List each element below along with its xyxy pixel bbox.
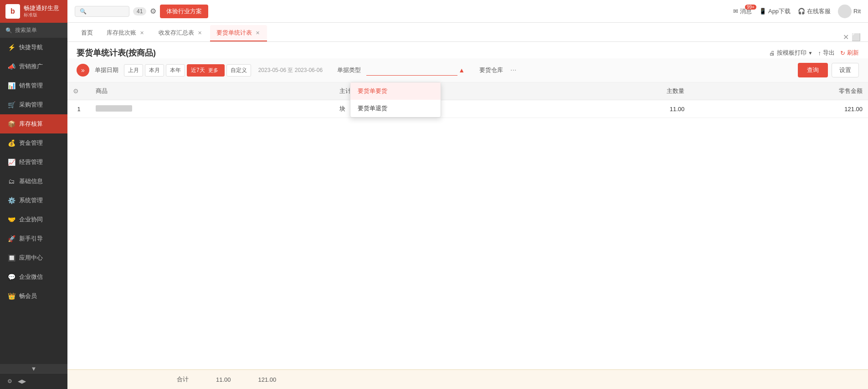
app-download-label: App下载 — [768, 7, 791, 15]
dropdown-item-0[interactable]: 要货单要货 — [350, 82, 441, 100]
col-product-header: 商品 — [90, 82, 334, 100]
table-header-row: ⚙ 商品 主计量单位 主数量 零售金额 — [67, 82, 868, 100]
tabs-bar: 首页 库存批次账 ✕ 收发存汇总表 ✕ 要货单统计表 ✕ ✕ ⬜ — [67, 23, 868, 42]
type-chevron[interactable]: ▲ — [458, 67, 465, 74]
date-btn-7days-label: 近7天 — [191, 67, 205, 73]
apps-icon: 🔲 — [7, 254, 15, 262]
sidebar-item-guide[interactable]: 🚀 新手引导 — [0, 229, 67, 248]
sidebar-item-marketing[interactable]: 📣 营销推广 — [0, 57, 67, 76]
topbar: 🔍 41 ⚙ 体验行业方案 ✉ 消息 99+ 📱 App下载 🎧 在线客服 — [67, 0, 868, 23]
type-input[interactable] — [366, 65, 457, 76]
cell-no: 1 — [67, 100, 90, 118]
content-area: 要货单统计表(按商品) 🖨 按模板打印 ▼ ↑ 导出 ↻ 刷新 — [67, 42, 868, 389]
app-download-btn[interactable]: 📱 App下载 — [759, 7, 791, 15]
search-icon: 🔍 — [5, 27, 12, 34]
col-amount-header: 零售金额 — [690, 82, 868, 100]
table-body: 1 块 11.00 121.00 — [67, 100, 868, 118]
wechat-icon: 💬 — [7, 273, 15, 281]
date-btn-7days[interactable]: 近7天更多 — [187, 64, 225, 77]
tab-batch[interactable]: 库存批次账 ✕ — [100, 25, 151, 41]
user-avatar-area[interactable]: Rit — [838, 5, 861, 18]
tab-home[interactable]: 首页 — [75, 25, 99, 41]
dropdown-item-1[interactable]: 要货单退货 — [350, 100, 441, 117]
sidebar-bottom: ⚙ ◀▶ — [0, 373, 67, 389]
message-icon: ✉ — [733, 8, 738, 15]
main-area: 🔍 41 ⚙ 体验行业方案 ✉ 消息 99+ 📱 App下载 🎧 在线客服 — [67, 0, 868, 389]
sidebar-item-label: 应用中心 — [19, 254, 43, 262]
marketing-icon: 📣 — [7, 62, 15, 71]
tab-requisition[interactable]: 要货单统计表 ✕ — [210, 25, 267, 41]
tab-batch-close[interactable]: ✕ — [139, 30, 145, 36]
tab-dispatch[interactable]: 收发存汇总表 ✕ — [152, 25, 209, 41]
warehouse-more-btn[interactable]: ··· — [510, 66, 516, 74]
export-btn[interactable]: ↑ 导出 — [818, 49, 835, 57]
tab-close-all-icon[interactable]: ✕ — [843, 33, 849, 41]
messages-btn[interactable]: ✉ 消息 99+ — [733, 7, 752, 15]
sidebar-item-label: 销售管理 — [19, 82, 43, 90]
tab-requisition-close[interactable]: ✕ — [255, 30, 261, 36]
industry-btn[interactable]: 体验行业方案 — [160, 5, 208, 18]
collapse-icon[interactable]: ◀▶ — [18, 378, 26, 384]
online-service-btn[interactable]: 🎧 在线客服 — [798, 7, 831, 15]
col-settings-icon[interactable]: ⚙ — [73, 87, 79, 95]
type-dropdown: 要货单要货 要货单退货 — [350, 82, 441, 118]
sidebar-item-finance[interactable]: 💰 资金管理 — [0, 133, 67, 153]
mobile-icon: 📱 — [759, 8, 766, 15]
search-icon: 🔍 — [80, 8, 87, 15]
sidebar-item-ops[interactable]: 📈 经营管理 — [0, 153, 67, 172]
sidebar-item-label: 企业微信 — [19, 273, 43, 281]
date-btn-this-month[interactable]: 本月 — [145, 64, 164, 77]
sidebar-scroll-down[interactable]: ▼ — [0, 364, 67, 373]
date-btn-last-month[interactable]: 上月 — [124, 64, 143, 77]
refresh-label: 刷新 — [847, 49, 859, 57]
sidebar-item-label: 快捷导航 — [19, 43, 43, 51]
col-qty-header: 主数量 — [542, 82, 690, 100]
sidebar-item-label: 系统管理 — [19, 196, 43, 205]
sidebar-item-member[interactable]: 👑 畅会员 — [0, 287, 67, 306]
sidebar-item-shortcut[interactable]: ⚡ 快捷导航 — [0, 38, 67, 57]
header-actions: 🖨 按模板打印 ▼ ↑ 导出 ↻ 刷新 — [769, 49, 859, 57]
tab-batch-label: 库存批次账 — [107, 29, 136, 37]
date-more-badge: 更多 — [206, 67, 221, 74]
user-name: Rit — [853, 8, 861, 15]
sidebar-item-label: 企业协同 — [19, 215, 43, 224]
topbar-search[interactable]: 🔍 — [75, 6, 129, 17]
date-btn-custom[interactable]: 自定义 — [226, 64, 251, 77]
export-icon: ↑ — [818, 50, 822, 56]
filter-expand-btn[interactable]: » — [77, 64, 89, 77]
sidebar-item-inventory[interactable]: 📦 库存核算 — [0, 114, 67, 133]
settings-icon[interactable]: ⚙ — [7, 378, 12, 384]
sidebar-item-apps[interactable]: 🔲 应用中心 — [0, 248, 67, 267]
print-btn[interactable]: 🖨 按模板打印 ▼ — [769, 49, 813, 57]
topbar-count-badge: 41 — [133, 7, 146, 15]
sidebar-item-base[interactable]: 🗂 基础信息 — [0, 172, 67, 191]
collab-icon: 🤝 — [7, 215, 15, 224]
sidebar-search[interactable]: 🔍 搜索菜单 — [0, 23, 67, 38]
settings-btn[interactable]: 设置 — [832, 63, 859, 77]
content-header: 要货单统计表(按商品) 🖨 按模板打印 ▼ ↑ 导出 ↻ 刷新 — [67, 42, 868, 58]
tab-dispatch-close[interactable]: ✕ — [197, 30, 203, 36]
filter-bar: » 单据日期 上月 本月 本年 近7天更多 自定义 2023-05-06 至 2… — [67, 58, 868, 82]
sidebar-item-sales[interactable]: 📊 销售管理 — [0, 76, 67, 95]
filter-actions: 查询 设置 — [798, 63, 859, 77]
base-icon: 🗂 — [7, 177, 15, 185]
warehouse-label: 要货仓库 — [479, 66, 503, 74]
date-btn-this-year[interactable]: 本年 — [166, 64, 185, 77]
tab-expand-icon[interactable]: ⬜ — [852, 33, 861, 41]
sidebar-nav: ⚡ 快捷导航 📣 营销推广 📊 销售管理 🛒 采购管理 📦 库存核算 💰 资金管… — [0, 38, 67, 364]
system-icon: ⚙️ — [7, 196, 15, 205]
query-btn[interactable]: 查询 — [798, 63, 828, 77]
sidebar-item-label: 采购管理 — [19, 101, 43, 109]
topbar-gear-btn[interactable]: ⚙ — [150, 7, 156, 15]
refresh-btn[interactable]: ↻ 刷新 — [840, 49, 859, 57]
sidebar-item-label: 畅会员 — [19, 292, 37, 300]
sidebar-item-purchase[interactable]: 🛒 采购管理 — [0, 95, 67, 114]
sidebar-item-wechat[interactable]: 💬 企业微信 — [0, 267, 67, 287]
sidebar-item-collab[interactable]: 🤝 企业协同 — [0, 210, 67, 229]
app-title: 畅捷通好生意 — [24, 5, 59, 12]
cell-product — [90, 100, 334, 118]
sidebar-item-system[interactable]: ⚙️ 系统管理 — [0, 191, 67, 210]
finance-icon: 💰 — [7, 139, 15, 147]
sidebar-item-label: 库存核算 — [19, 120, 43, 128]
guide-icon: 🚀 — [7, 235, 15, 243]
